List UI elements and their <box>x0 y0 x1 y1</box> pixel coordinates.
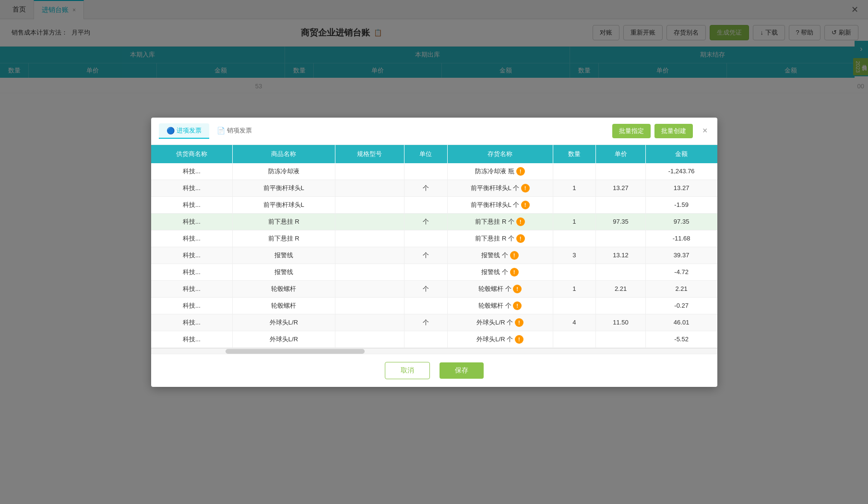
th-price: 单价 <box>596 145 645 163</box>
cell-qty <box>553 230 596 247</box>
invoice-table: 供货商名称 商品名称 规格型号 单位 存货名称 数量 单价 金额 科技... 防… <box>151 145 717 348</box>
cell-spec <box>335 230 404 247</box>
table-header-row: 供货商名称 商品名称 规格型号 单位 存货名称 数量 单价 金额 <box>151 145 717 163</box>
cell-supplier: 科技... <box>151 163 233 180</box>
cell-supplier: 科技... <box>151 297 233 314</box>
cell-qty <box>553 163 596 180</box>
cell-unit: 个 <box>404 213 447 230</box>
warn-icon: ! <box>513 301 522 310</box>
cell-qty <box>553 331 596 348</box>
cancel-button[interactable]: 取消 <box>385 362 430 379</box>
cell-amount: -5.52 <box>645 331 717 348</box>
table-row: 科技... 前平衡杆球头L 前平衡杆球头L 个 ! -1.59 <box>151 196 717 213</box>
cell-qty <box>553 264 596 280</box>
cell-amount: 39.37 <box>645 247 717 264</box>
cell-amount: 97.35 <box>645 213 717 230</box>
cell-qty <box>553 297 596 314</box>
cell-qty: 1 <box>553 213 596 230</box>
scroll-thumb[interactable] <box>226 349 365 354</box>
cell-inventory[interactable]: 轮毂螺杆 个 ! <box>447 297 553 314</box>
cell-product: 报警线 <box>233 264 335 280</box>
cell-spec <box>335 331 404 348</box>
cell-amount: 13.27 <box>645 180 717 196</box>
cell-inventory[interactable]: 外球头L/R 个 ! <box>447 331 553 348</box>
th-qty: 数量 <box>553 145 596 163</box>
cell-unit <box>404 331 447 348</box>
cell-inventory[interactable]: 报警线 个 ! <box>447 264 553 280</box>
cell-amount: -0.27 <box>645 297 717 314</box>
horizontal-scrollbar[interactable] <box>151 348 717 354</box>
cell-product: 轮毂螺杆 <box>233 297 335 314</box>
cell-spec <box>335 213 404 230</box>
cell-amount: 46.01 <box>645 314 717 331</box>
th-unit: 单位 <box>404 145 447 163</box>
cell-unit <box>404 196 447 213</box>
cell-unit <box>404 230 447 247</box>
cell-inventory[interactable]: 前下悬挂 R 个 ! <box>447 213 553 230</box>
outbound-tab-label: 销项发票 <box>227 126 252 135</box>
cell-inventory[interactable]: 防冻冷却液 瓶 ! <box>447 163 553 180</box>
cell-unit: 个 <box>404 280 447 297</box>
cell-supplier: 科技... <box>151 180 233 196</box>
cell-qty <box>553 196 596 213</box>
cell-inventory[interactable]: 前平衡杆球头L 个 ! <box>447 196 553 213</box>
dialog-overlay: 🔵 进项发票 📄 销项发票 批量指定 批量创建 × <box>0 0 868 504</box>
cell-supplier: 科技... <box>151 247 233 264</box>
cell-inventory[interactable]: 前下悬挂 R 个 ! <box>447 230 553 247</box>
table-row: 科技... 报警线 个 报警线 个 ! 3 13.12 39.37 <box>151 247 717 264</box>
warn-icon: ! <box>510 268 519 276</box>
cell-price <box>596 297 645 314</box>
dialog-body: 供货商名称 商品名称 规格型号 单位 存货名称 数量 单价 金额 科技... 防… <box>151 145 717 348</box>
cell-price: 13.12 <box>596 247 645 264</box>
th-supplier: 供货商名称 <box>151 145 233 163</box>
cell-qty: 4 <box>553 314 596 331</box>
cell-supplier: 科技... <box>151 314 233 331</box>
tab-outbound-invoice[interactable]: 📄 销项发票 <box>209 123 260 139</box>
tab-inbound-invoice[interactable]: 🔵 进项发票 <box>159 123 209 139</box>
th-spec: 规格型号 <box>335 145 404 163</box>
warn-icon: ! <box>513 285 522 293</box>
batch-create-button[interactable]: 批量创建 <box>654 124 693 138</box>
cell-supplier: 科技... <box>151 230 233 247</box>
cell-amount: -11.68 <box>645 230 717 247</box>
cell-price: 13.27 <box>596 180 645 196</box>
cell-price: 2.21 <box>596 280 645 297</box>
inbound-tab-icon: 🔵 <box>166 127 175 134</box>
warn-icon: ! <box>521 184 530 192</box>
cell-supplier: 科技... <box>151 213 233 230</box>
cell-product: 外球头L/R <box>233 314 335 331</box>
dialog-close-button[interactable]: × <box>701 126 710 136</box>
cell-spec <box>335 280 404 297</box>
table-row: 科技... 外球头L/R 个 外球头L/R 个 ! 4 11.50 46.01 <box>151 314 717 331</box>
cell-price <box>596 331 645 348</box>
cell-inventory[interactable]: 报警线 个 ! <box>447 247 553 264</box>
cell-product: 防冻冷却液 <box>233 163 335 180</box>
cell-amount: -1.59 <box>645 196 717 213</box>
cell-supplier: 科技... <box>151 264 233 280</box>
cell-spec <box>335 196 404 213</box>
cell-inventory[interactable]: 前平衡杆球头L 个 ! <box>447 180 553 196</box>
cell-spec <box>335 264 404 280</box>
cell-spec <box>335 180 404 196</box>
cell-inventory[interactable]: 外球头L/R 个 ! <box>447 314 553 331</box>
cell-price: 97.35 <box>596 213 645 230</box>
table-row: 科技... 轮毂螺杆 个 轮毂螺杆 个 ! 1 2.21 2.21 <box>151 280 717 297</box>
cell-product: 外球头L/R <box>233 331 335 348</box>
cell-spec <box>335 297 404 314</box>
cell-price: 11.50 <box>596 314 645 331</box>
table-row: 科技... 报警线 报警线 个 ! -4.72 <box>151 264 717 280</box>
table-row: 科技... 防冻冷却液 防冻冷却液 瓶 ! -1,243.76 <box>151 163 717 180</box>
batch-assign-button[interactable]: 批量指定 <box>612 124 651 138</box>
warn-icon: ! <box>515 335 523 344</box>
cell-product: 前下悬挂 R <box>233 230 335 247</box>
cell-price <box>596 230 645 247</box>
cell-unit <box>404 264 447 280</box>
dialog-footer: 取消 保存 <box>151 354 717 387</box>
table-row: 科技... 前下悬挂 R 前下悬挂 R 个 ! -11.68 <box>151 230 717 247</box>
cell-amount: -1,243.76 <box>645 163 717 180</box>
cell-unit <box>404 297 447 314</box>
save-button[interactable]: 保存 <box>440 362 484 379</box>
cell-inventory[interactable]: 轮毂螺杆 个 ! <box>447 280 553 297</box>
inbound-tab-label: 进项发票 <box>177 126 202 135</box>
warn-icon: ! <box>516 217 525 226</box>
